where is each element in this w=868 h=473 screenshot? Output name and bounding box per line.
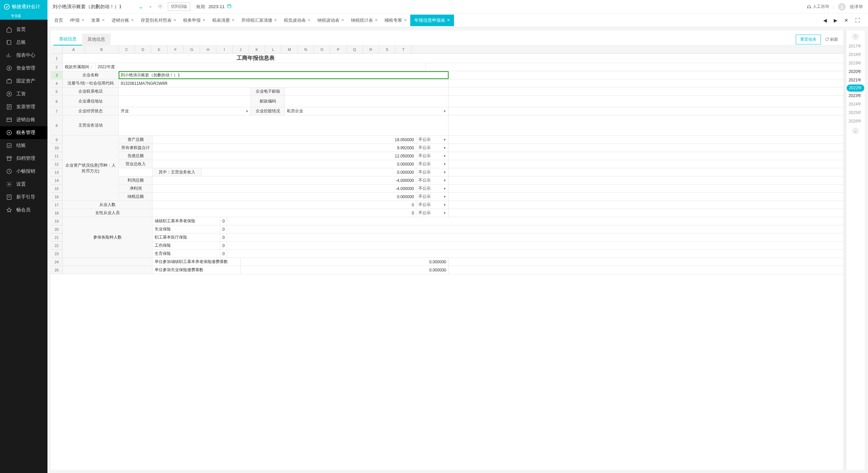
nav-item-vip[interactable]: 畅会员	[0, 204, 47, 216]
field-value[interactable]: 0.000000	[202, 168, 416, 176]
sheet-tab-other[interactable]: 其他信息	[82, 34, 111, 45]
username[interactable]: 徐泽华	[850, 4, 863, 10]
year-2022年[interactable]: 2022年	[847, 84, 865, 92]
field-value[interactable]: 0	[220, 242, 227, 249]
refresh-button[interactable]: 刷新	[825, 37, 838, 42]
col-header-A[interactable]: A	[63, 46, 85, 53]
tab-prev-icon[interactable]: ◀	[821, 17, 829, 24]
col-header-B[interactable]: B	[85, 46, 119, 53]
year-2023年[interactable]: 2023年	[847, 92, 865, 100]
row-header[interactable]: 25	[51, 266, 63, 274]
row-header[interactable]: 12	[51, 160, 63, 168]
avatar[interactable]	[838, 3, 846, 11]
tab-close-icon[interactable]: ✕	[447, 18, 450, 22]
nav-item-book[interactable]: 总账	[0, 36, 47, 49]
row-header[interactable]: 8	[51, 115, 63, 135]
row-header[interactable]: 23	[51, 250, 63, 258]
tab-close-icon[interactable]: ✕	[341, 18, 344, 22]
row-header[interactable]: 21	[51, 233, 63, 242]
field-value[interactable]: 0	[220, 233, 227, 241]
dropdown[interactable]: 不公示▼	[416, 168, 449, 176]
tab-发票[interactable]: 发票✕	[88, 17, 108, 23]
dropdown[interactable]: 不公示▼	[416, 185, 449, 192]
field-value[interactable]: 单位参加失业保险缴费基数	[153, 266, 241, 274]
tab-首页[interactable]: 首页	[51, 17, 66, 23]
nav-item-invoice[interactable]: 发票管理	[0, 100, 47, 113]
dropdown[interactable]: 不公示▼	[416, 144, 449, 152]
gear-icon[interactable]	[158, 4, 163, 10]
tab-close-icon[interactable]: ✕	[81, 18, 84, 22]
field-value[interactable]: 职工基本医疗保险	[153, 233, 220, 241]
row-header[interactable]: 24	[51, 258, 63, 266]
row-header[interactable]: 11	[51, 152, 63, 160]
tab-税表清册[interactable]: 税表清册✕	[209, 17, 238, 23]
nav-item-salary[interactable]: 工资	[0, 88, 47, 100]
nav-item-fund[interactable]: 资金管理	[0, 62, 47, 75]
row-header[interactable]: 13	[51, 168, 63, 176]
nav-item-gear[interactable]: 设置	[0, 178, 47, 191]
col-header-S[interactable]: S	[379, 46, 395, 53]
field-value[interactable]: 失业保险	[153, 225, 220, 233]
nav-item-guide[interactable]: 新手引导	[0, 191, 47, 204]
row-header[interactable]: 22	[51, 242, 63, 250]
row-header[interactable]: 5	[51, 88, 63, 95]
field-value[interactable]: 0.000000	[241, 266, 449, 274]
row-header[interactable]: 20	[51, 225, 63, 233]
field-value[interactable]: 2022年度	[96, 63, 426, 71]
col-header-H[interactable]: H	[200, 46, 216, 53]
row-header[interactable]: 3	[51, 71, 63, 79]
chevron-down-icon[interactable]: ⌄	[139, 3, 143, 10]
field-value[interactable]: 0.000000	[153, 160, 416, 168]
year-2020年[interactable]: 2020年	[847, 68, 865, 76]
col-header-I[interactable]: I	[216, 46, 233, 53]
field-value[interactable]: 0	[220, 250, 227, 258]
period-value[interactable]: 2023-11	[209, 4, 225, 9]
col-header-D[interactable]: D	[135, 46, 151, 53]
field-value[interactable]: 城镇职工基本养老保险	[153, 217, 220, 225]
nav-item-inout[interactable]: 进销台账	[0, 113, 47, 126]
nav-item-close[interactable]: 结账	[0, 139, 47, 152]
tab-年报信息申报表[interactable]: 年报信息申报表✕	[410, 15, 454, 26]
tab-i申报[interactable]: i申报✕	[66, 17, 88, 23]
year-down-icon[interactable]: ⌄	[852, 128, 859, 134]
nav-item-asset[interactable]: 固定资产	[0, 75, 47, 88]
tab-进销台账[interactable]: 进销台账✕	[108, 17, 137, 23]
tab-next-icon[interactable]: ▶	[832, 17, 840, 24]
consult-button[interactable]: 人工咨询	[807, 4, 829, 10]
field-value[interactable]: 生育保险	[153, 250, 220, 258]
sheet-tab-basic[interactable]: 基础信息	[54, 33, 82, 45]
row-header[interactable]: 2	[51, 63, 63, 71]
field-value[interactable]: 单位参加城镇职工基本养老保险缴费基数	[153, 258, 241, 266]
field-value[interactable]: 0	[220, 217, 227, 225]
field-value[interactable]	[285, 96, 449, 107]
tab-税负波动表[interactable]: 税负波动表✕	[280, 17, 314, 23]
tab-close-all-icon[interactable]: ✕	[842, 17, 850, 24]
nav-item-chart[interactable]: 报表中心	[0, 49, 47, 62]
field-value[interactable]	[285, 88, 449, 95]
tab-纳税统计表[interactable]: 纳税统计表✕	[348, 17, 381, 23]
field-value[interactable]: 91320811MA7NGR2W6R	[119, 79, 449, 87]
add-icon[interactable]: ＋	[148, 4, 153, 10]
fullscreen-icon[interactable]: ⛶	[853, 17, 862, 24]
tab-存货别名对照表[interactable]: 存货别名对照表✕	[137, 17, 180, 23]
col-header-N[interactable]: N	[298, 46, 314, 53]
nav-item-archive[interactable]: 归档管理	[0, 152, 47, 165]
tab-close-icon[interactable]: ✕	[404, 18, 407, 22]
dropdown[interactable]: 不公示▼	[416, 209, 449, 217]
col-header-C[interactable]: C	[119, 46, 135, 53]
row-header[interactable]: 6	[51, 96, 63, 107]
row-header[interactable]: 10	[51, 144, 63, 152]
tab-close-icon[interactable]: ✕	[202, 18, 205, 22]
tab-稽检专家[interactable]: 稽检专家✕	[381, 17, 410, 23]
field-value[interactable]	[119, 88, 251, 95]
col-header-Q[interactable]: Q	[347, 46, 363, 53]
tab-纳税波动表[interactable]: 纳税波动表✕	[314, 17, 348, 23]
year-2021年[interactable]: 2021年	[847, 76, 865, 84]
col-header-O[interactable]: O	[314, 46, 330, 53]
col-header-T[interactable]: T	[395, 46, 412, 53]
tab-close-icon[interactable]: ✕	[232, 18, 235, 22]
field-value[interactable]	[119, 96, 251, 107]
field-value[interactable]: 18.050000	[153, 136, 416, 144]
dropdown[interactable]: 不公示▼	[416, 160, 449, 168]
nav-item-report[interactable]: 小畅报销	[0, 165, 47, 178]
